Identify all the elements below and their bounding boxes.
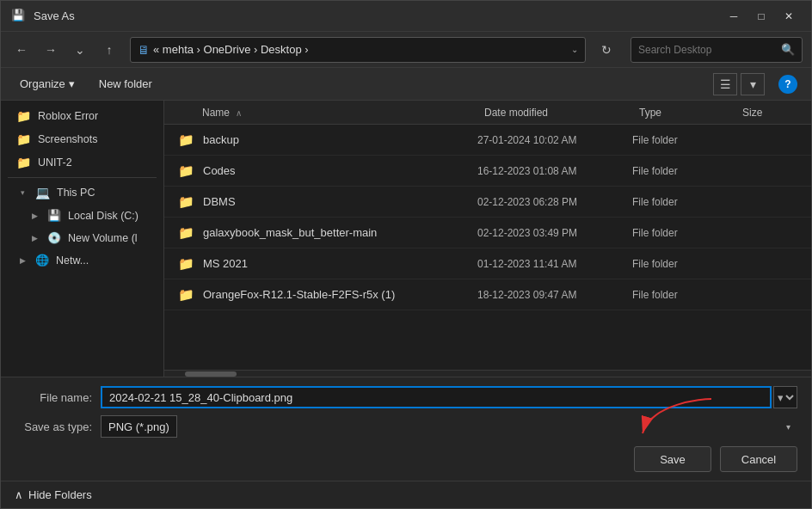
folder-icon: 📁	[16, 156, 31, 169]
sidebar-item-this-pc[interactable]: ▾ 💻 This PC	[4, 181, 160, 204]
file-name: backup	[203, 133, 239, 146]
address-dropdown-arrow[interactable]: ⌄	[571, 45, 578, 54]
file-name-cell: 📁 DBMS	[171, 194, 477, 210]
sidebar-item-new-volume[interactable]: ▶ 💿 New Volume (l	[4, 227, 160, 248]
col-header-size[interactable]: Size	[735, 107, 804, 119]
folder-icon: 📁	[178, 225, 194, 241]
col-header-type[interactable]: Type	[632, 107, 735, 119]
file-date: 18-12-2023 09:47 AM	[477, 289, 632, 301]
scrollbar-thumb[interactable]	[185, 371, 237, 377]
folder-icon: 📁	[178, 287, 194, 303]
save-as-dialog: 💾 Save As ─ □ ✕ ← → ⌄ ↑ 🖥 « mehta › OneD…	[0, 0, 812, 509]
folder-icon: 📁	[178, 256, 194, 272]
back-button[interactable]: ←	[9, 38, 34, 62]
folder-icon: 📁	[16, 109, 31, 123]
file-name-cell: 📁 Codes	[171, 163, 477, 179]
expand-arrow-icon: ▶	[28, 212, 40, 220]
hide-folders-label: Hide Folders	[28, 488, 92, 501]
sidebar-item-label: Roblox Error	[38, 110, 98, 122]
file-date: 16-12-2023 01:08 AM	[477, 165, 632, 177]
file-name-cell: 📁 OrangeFox-R12.1-Stable-F2FS-r5x (1)	[171, 287, 477, 303]
drive-icon: 💿	[47, 231, 61, 244]
sidebar-item-unit2[interactable]: 📁 UNIT-2	[4, 151, 160, 174]
file-list: 📁 backup 27-01-2024 10:02 AM File folder…	[164, 125, 811, 370]
up-button[interactable]: ↑	[97, 38, 121, 62]
new-folder-button[interactable]: New folder	[94, 74, 157, 94]
new-folder-label: New folder	[99, 77, 152, 90]
col-header-date[interactable]: Date modified	[477, 107, 632, 119]
app-icon: 💾	[11, 9, 27, 24]
file-date: 02-12-2023 03:49 PM	[477, 227, 632, 239]
savetype-select[interactable]: PNG (*.png)	[101, 415, 177, 438]
help-button[interactable]: ?	[778, 75, 797, 94]
col-header-name[interactable]: Name ∧	[171, 107, 477, 119]
pc-icon: 💻	[35, 186, 50, 199]
cancel-button[interactable]: Cancel	[720, 446, 797, 472]
sidebar-item-local-disk[interactable]: ▶ 💾 Local Disk (C:)	[4, 205, 160, 226]
search-bar: 🔍	[631, 37, 803, 63]
file-name: MS 2021	[203, 257, 248, 270]
filename-label: File name:	[15, 391, 101, 404]
table-row[interactable]: 📁 DBMS 02-12-2023 06:28 PM File folder	[164, 187, 811, 218]
view-dropdown-button[interactable]: ▾	[741, 73, 765, 95]
view-toggle-button[interactable]: ☰	[713, 73, 737, 95]
this-pc-label: This PC	[57, 187, 95, 199]
sidebar-item-screenshots[interactable]: 📁 Screenshots	[4, 128, 160, 150]
network-icon: 🌐	[35, 254, 49, 267]
file-type: File folder	[632, 134, 735, 146]
sidebar: 📁 Roblox Error 📁 Screenshots 📁 UNIT-2 ▾ …	[1, 101, 164, 377]
toolbar: Organize ▾ New folder ☰ ▾ ?	[1, 68, 811, 101]
expand-arrow-icon: ▶	[16, 256, 28, 265]
hide-folders-button[interactable]: ∧ Hide Folders	[15, 488, 92, 501]
sidebar-item-roblox-error[interactable]: 📁 Roblox Error	[4, 105, 160, 127]
filename-dropdown[interactable]: ▾	[773, 386, 797, 408]
savetype-wrapper: PNG (*.png) ▾	[101, 415, 797, 438]
file-name: galaxybook_mask_but_better-main	[203, 226, 377, 239]
savetype-label: Save as type:	[15, 420, 101, 433]
window-controls: ─ □ ✕	[722, 6, 801, 27]
folder-icon: 📁	[178, 163, 194, 179]
file-name-cell: 📁 backup	[171, 132, 477, 148]
save-button[interactable]: Save	[634, 446, 711, 472]
minimize-button[interactable]: ─	[722, 6, 746, 27]
address-text: « mehta › OneDrive › Desktop ›	[153, 43, 568, 56]
file-date: 02-12-2023 06:28 PM	[477, 196, 632, 208]
table-row[interactable]: 📁 galaxybook_mask_but_better-main 02-12-…	[164, 218, 811, 248]
horizontal-scrollbar[interactable]	[164, 370, 811, 377]
refresh-button[interactable]: ↻	[594, 38, 618, 62]
file-list-area: Name ∧ Date modified Type Size 📁 backup …	[164, 101, 811, 377]
sidebar-item-label: UNIT-2	[38, 156, 72, 169]
file-name: DBMS	[203, 195, 236, 208]
sidebar-item-network[interactable]: ▶ 🌐 Netw...	[4, 249, 160, 271]
file-type: File folder	[632, 258, 735, 270]
organize-label: Organize	[20, 77, 65, 90]
action-row: Save Cancel	[15, 446, 797, 472]
file-type: File folder	[632, 196, 735, 208]
main-content: 📁 Roblox Error 📁 Screenshots 📁 UNIT-2 ▾ …	[1, 101, 811, 377]
table-row[interactable]: 📁 backup 27-01-2024 10:02 AM File folder	[164, 125, 811, 156]
filename-input[interactable]	[101, 386, 772, 408]
maximize-button[interactable]: □	[749, 6, 773, 27]
organize-button[interactable]: Organize ▾	[15, 74, 80, 94]
sidebar-item-label: Screenshots	[38, 133, 97, 145]
address-bar[interactable]: 🖥 « mehta › OneDrive › Desktop › ⌄	[130, 37, 586, 63]
search-input[interactable]	[638, 44, 776, 56]
table-row[interactable]: 📁 MS 2021 01-12-2023 11:41 AM File folde…	[164, 248, 811, 279]
file-name-cell: 📁 MS 2021	[171, 256, 477, 272]
bottom-panel: File name: ▾ Save as type: PNG (*.png) ▾	[1, 377, 811, 481]
organize-arrow-icon: ▾	[69, 77, 75, 90]
close-button[interactable]: ✕	[777, 6, 801, 27]
address-icon: 🖥	[138, 43, 150, 57]
forward-button[interactable]: →	[39, 38, 63, 62]
drive-icon: 💾	[47, 209, 61, 222]
file-date: 01-12-2023 11:41 AM	[477, 258, 632, 270]
file-name: OrangeFox-R12.1-Stable-F2FS-r5x (1)	[203, 288, 395, 301]
expand-arrow-icon: ▾	[16, 188, 28, 197]
dropdown-button[interactable]: ⌄	[68, 38, 92, 62]
sort-arrow-icon: ∧	[236, 108, 242, 118]
file-name: Codes	[203, 164, 236, 177]
table-row[interactable]: 📁 OrangeFox-R12.1-Stable-F2FS-r5x (1) 18…	[164, 279, 811, 310]
table-row[interactable]: 📁 Codes 16-12-2023 01:08 AM File folder	[164, 156, 811, 187]
folder-icon: 📁	[178, 194, 194, 210]
local-disk-label: Local Disk (C:)	[68, 210, 138, 222]
